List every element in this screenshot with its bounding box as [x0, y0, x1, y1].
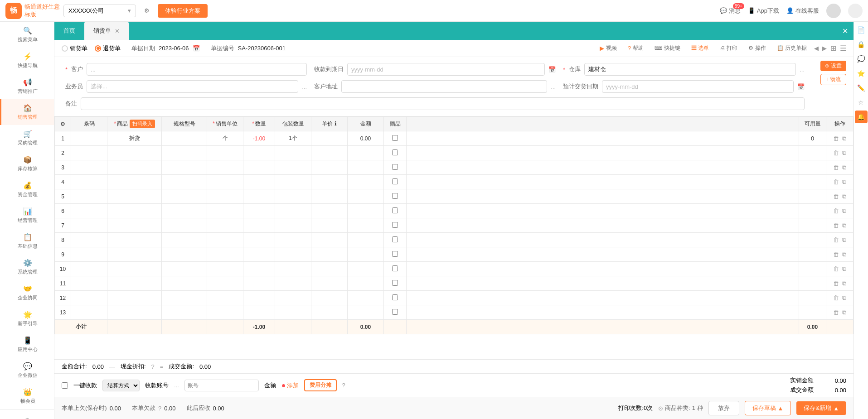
row-gift[interactable]: [384, 146, 407, 160]
row-amount[interactable]: [348, 305, 384, 320]
row-unit[interactable]: [207, 305, 243, 320]
row-barcode[interactable]: [71, 247, 107, 262]
delete-icon[interactable]: 🗑: [833, 251, 839, 258]
account-input[interactable]: [184, 380, 259, 391]
row-product[interactable]: [107, 305, 162, 320]
row-amount[interactable]: [348, 146, 384, 160]
row-spec[interactable]: [162, 247, 207, 262]
print-btn[interactable]: 🖨 打印: [716, 43, 741, 53]
row-spec[interactable]: [162, 305, 207, 320]
row-pack-qty[interactable]: [275, 175, 311, 189]
right-panel-edit-icon[interactable]: ✏️: [855, 82, 868, 94]
row-qty[interactable]: [243, 233, 275, 247]
help-btn[interactable]: ? 帮助: [624, 43, 647, 53]
video-btn[interactable]: ▶ 视频: [596, 43, 621, 53]
sidebar-item-member[interactable]: 👑 畅会员: [0, 383, 54, 409]
sidebar-item-enterprise[interactable]: 🤝 企业协同: [0, 280, 54, 306]
row-pack-qty[interactable]: [275, 247, 311, 262]
list-view-icon[interactable]: ☰: [840, 44, 846, 53]
sidebar-item-basic[interactable]: 📋 基础信息: [0, 228, 54, 254]
one-click-checkbox[interactable]: [62, 382, 68, 389]
row-gift[interactable]: [384, 305, 407, 320]
warehouse-ellipsis[interactable]: ...: [800, 66, 805, 73]
row-gift[interactable]: [384, 160, 407, 175]
row-barcode[interactable]: [71, 146, 107, 160]
delete-icon[interactable]: 🗑: [833, 135, 839, 142]
row-price[interactable]: [311, 146, 348, 160]
row-product[interactable]: [107, 276, 162, 291]
scan-btn[interactable]: 扫码录入: [130, 120, 155, 128]
settings-icon[interactable]: ⚙: [140, 4, 154, 18]
customer-input[interactable]: ...: [87, 63, 307, 76]
copy-icon[interactable]: ⧉: [842, 135, 846, 142]
delete-icon[interactable]: 🗑: [833, 164, 839, 171]
row-spec[interactable]: [162, 204, 207, 218]
copy-icon[interactable]: ⧉: [842, 309, 846, 316]
row-barcode[interactable]: [71, 233, 107, 247]
copy-icon[interactable]: ⧉: [842, 280, 846, 287]
row-price[interactable]: [311, 305, 348, 320]
row-unit[interactable]: [207, 175, 243, 189]
row-qty[interactable]: [243, 146, 275, 160]
customer-address-input[interactable]: [341, 80, 547, 93]
row-pack-qty[interactable]: [275, 291, 311, 305]
delete-icon[interactable]: 🗑: [833, 149, 839, 156]
col-settings[interactable]: ⚙: [55, 117, 71, 131]
sidebar-item-sales[interactable]: 🏠 销售管理: [0, 99, 54, 125]
row-amount[interactable]: 0.00: [348, 131, 384, 146]
row-amount[interactable]: [348, 218, 384, 233]
trial-button[interactable]: 体验行业方案: [158, 4, 208, 18]
row-barcode[interactable]: [71, 204, 107, 218]
row-pack-qty[interactable]: [275, 233, 311, 247]
row-pack-qty[interactable]: [275, 305, 311, 320]
row-spec[interactable]: [162, 218, 207, 233]
row-unit[interactable]: [207, 233, 243, 247]
row-product[interactable]: [107, 291, 162, 305]
row-qty[interactable]: [243, 218, 275, 233]
row-spec[interactable]: [162, 146, 207, 160]
row-barcode[interactable]: [71, 175, 107, 189]
row-barcode[interactable]: [71, 189, 107, 204]
row-gift[interactable]: [384, 276, 407, 291]
row-qty[interactable]: [243, 291, 275, 305]
row-qty[interactable]: [243, 305, 275, 320]
row-unit[interactable]: [207, 262, 243, 276]
operate-btn[interactable]: ⚙ 操作: [745, 43, 769, 53]
avatar[interactable]: [826, 4, 841, 18]
save-new-button[interactable]: 保存&新增 ▲: [796, 401, 846, 415]
row-product[interactable]: 拆货: [107, 131, 162, 146]
row-amount[interactable]: [348, 262, 384, 276]
delete-icon[interactable]: 🗑: [833, 236, 839, 243]
row-price[interactable]: [311, 262, 348, 276]
row-qty[interactable]: [243, 262, 275, 276]
row-product[interactable]: [107, 233, 162, 247]
row-price[interactable]: [311, 189, 348, 204]
row-spec[interactable]: [162, 189, 207, 204]
flow-button[interactable]: + 物流: [820, 74, 846, 85]
row-gift[interactable]: [384, 189, 407, 204]
row-pack-qty[interactable]: [275, 160, 311, 175]
row-unit[interactable]: [207, 146, 243, 160]
copy-icon[interactable]: ⧉: [842, 294, 846, 301]
sidebar-item-quick-nav[interactable]: ⚡ 快捷导航: [0, 48, 54, 73]
sidebar-settings-btn[interactable]: ⚙: [0, 413, 54, 419]
row-amount[interactable]: [348, 204, 384, 218]
row-product[interactable]: [107, 175, 162, 189]
copy-icon[interactable]: ⧉: [842, 207, 846, 214]
row-pack-qty[interactable]: [275, 262, 311, 276]
row-spec[interactable]: [162, 276, 207, 291]
row-price[interactable]: [311, 160, 348, 175]
right-panel-doc-icon[interactable]: 📄: [855, 24, 868, 36]
row-gift[interactable]: [384, 247, 407, 262]
row-qty[interactable]: [243, 160, 275, 175]
row-qty[interactable]: [243, 247, 275, 262]
row-price[interactable]: [311, 233, 348, 247]
row-pack-qty[interactable]: [275, 204, 311, 218]
row-price[interactable]: [311, 291, 348, 305]
row-gift[interactable]: [384, 233, 407, 247]
copy-icon[interactable]: ⧉: [842, 164, 846, 171]
copy-icon[interactable]: ⧉: [842, 251, 846, 258]
tab-close-icon[interactable]: ✕: [115, 28, 120, 34]
shortcut-btn[interactable]: ⌨ 快捷键: [651, 43, 684, 53]
copy-icon[interactable]: ⧉: [842, 178, 846, 185]
